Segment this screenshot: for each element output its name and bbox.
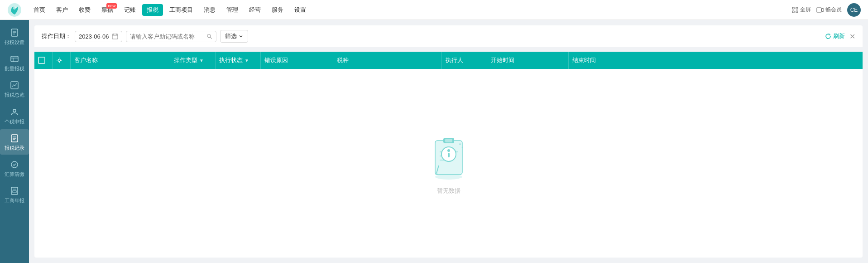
- date-label: 操作日期：: [42, 32, 71, 40]
- member-button[interactable]: 畅会员: [816, 6, 842, 14]
- batch-tax-icon: [9, 54, 20, 64]
- search-box: [126, 31, 216, 42]
- svg-point-15: [13, 109, 16, 112]
- tax-overview-icon: [9, 80, 20, 91]
- refresh-button[interactable]: 刷新: [825, 32, 845, 40]
- svg-point-44: [461, 147, 463, 148]
- th-settings[interactable]: [53, 52, 71, 69]
- th-executor: 执行人: [442, 52, 487, 69]
- svg-rect-3: [796, 7, 798, 9]
- th-tax-type: 税种: [333, 52, 442, 69]
- top-nav-right: 全屏 畅会员 CE: [792, 3, 861, 17]
- nav-item-service[interactable]: 服务: [267, 4, 288, 16]
- sort-icon[interactable]: ▼: [199, 58, 204, 63]
- select-all-checkbox[interactable]: [38, 57, 45, 64]
- svg-rect-23: [13, 190, 16, 193]
- svg-rect-21: [11, 187, 18, 195]
- table-container: 客户名称 操作类型 ▼ 执行状态 ▼ 错误原因 税种 执行人: [34, 52, 863, 258]
- nav-item-fee[interactable]: 收费: [74, 4, 95, 16]
- nav-item-business[interactable]: 工商项目: [165, 4, 197, 16]
- svg-rect-34: [445, 139, 452, 142]
- table-body: 暂无数据: [34, 69, 863, 258]
- search-input[interactable]: [130, 33, 205, 40]
- tax-record-icon: [9, 133, 20, 144]
- svg-point-31: [435, 174, 462, 180]
- nav-item-settings[interactable]: 设置: [290, 4, 311, 16]
- search-icon[interactable]: [206, 33, 212, 39]
- th-end-time: 结束时间: [569, 52, 641, 69]
- th-checkbox[interactable]: [34, 52, 53, 69]
- chevron-down-icon: [239, 34, 243, 39]
- refresh-icon: [825, 33, 831, 39]
- th-operation-type: 操作类型 ▼: [170, 52, 216, 69]
- svg-point-43: [459, 143, 461, 145]
- annual-report-icon: [9, 185, 20, 196]
- main-layout: 报税设置 批量报税 报税总览: [0, 20, 868, 263]
- nav-item-invoice[interactable]: 票据 new: [97, 4, 118, 16]
- filter-button[interactable]: 筛选: [220, 30, 248, 43]
- personal-tax-icon: [9, 107, 20, 117]
- th-customer-name: 客户名称: [71, 52, 170, 69]
- sidebar-item-batch-tax[interactable]: 批量报税: [0, 50, 29, 75]
- th-exec-status: 执行状态 ▼: [216, 52, 261, 69]
- fullscreen-icon: [792, 7, 798, 13]
- sidebar-item-tax-overview[interactable]: 报税总览: [0, 76, 29, 102]
- svg-rect-2: [792, 7, 794, 9]
- sidebar-item-tax-settings[interactable]: 报税设置: [0, 24, 29, 49]
- svg-rect-40: [448, 153, 450, 157]
- nav-item-customer[interactable]: 客户: [52, 4, 72, 16]
- sidebar-item-annual-report[interactable]: 工商年报: [0, 182, 29, 207]
- nav-item-operation[interactable]: 经营: [245, 4, 265, 16]
- nav-item-message[interactable]: 消息: [199, 4, 220, 16]
- svg-point-30: [58, 59, 61, 62]
- svg-line-29: [210, 37, 212, 39]
- th-start-time: 开始时间: [487, 52, 569, 69]
- svg-point-1: [13, 7, 16, 10]
- toolbar: 操作日期： 2023-06-06 筛选: [34, 25, 863, 47]
- empty-illustration: [426, 132, 471, 181]
- svg-rect-5: [796, 11, 798, 13]
- nav-item-bookkeeping[interactable]: 记账: [120, 4, 140, 16]
- sidebar-item-tax-record[interactable]: 报税记录: [0, 129, 29, 155]
- tax-settings-icon: [9, 27, 20, 38]
- settlement-icon: [9, 159, 20, 170]
- toolbar-right: 刷新 ✕: [825, 32, 855, 41]
- nav-item-home[interactable]: 首页: [29, 4, 50, 16]
- nav-item-tax[interactable]: 报税: [142, 4, 163, 16]
- user-avatar[interactable]: CE: [847, 3, 861, 17]
- svg-point-28: [207, 34, 211, 37]
- sidebar: 报税设置 批量报税 报税总览: [0, 20, 29, 263]
- svg-rect-6: [817, 8, 821, 12]
- svg-rect-11: [11, 56, 18, 62]
- nav-item-manage[interactable]: 管理: [222, 4, 243, 16]
- top-navigation: 首页 客户 收费 票据 new 记账 报税 工商项目 消息 管理 经营 服务 设…: [0, 0, 868, 20]
- empty-state: 暂无数据: [426, 132, 471, 195]
- fullscreen-button[interactable]: 全屏: [792, 6, 811, 14]
- table-header: 客户名称 操作类型 ▼ 执行状态 ▼ 错误原因 税种 执行人: [34, 52, 863, 69]
- svg-rect-4: [792, 11, 794, 13]
- sort-icon-exec[interactable]: ▼: [245, 58, 249, 63]
- date-picker[interactable]: 2023-06-06: [75, 31, 122, 42]
- calendar-icon: [112, 33, 118, 39]
- th-error-reason: 错误原因: [261, 52, 333, 69]
- content-area: 操作日期： 2023-06-06 筛选: [29, 20, 868, 263]
- video-icon: [816, 6, 824, 14]
- svg-rect-24: [112, 34, 118, 39]
- close-button[interactable]: ✕: [849, 32, 855, 41]
- new-badge: new: [106, 3, 117, 9]
- column-settings-icon: [56, 57, 62, 63]
- sidebar-item-settlement[interactable]: 汇算清缴: [0, 156, 29, 181]
- svg-point-39: [447, 149, 450, 152]
- empty-text: 暂无数据: [437, 187, 460, 195]
- sidebar-item-personal-tax[interactable]: 个税申报: [0, 103, 29, 128]
- app-logo[interactable]: [7, 3, 22, 17]
